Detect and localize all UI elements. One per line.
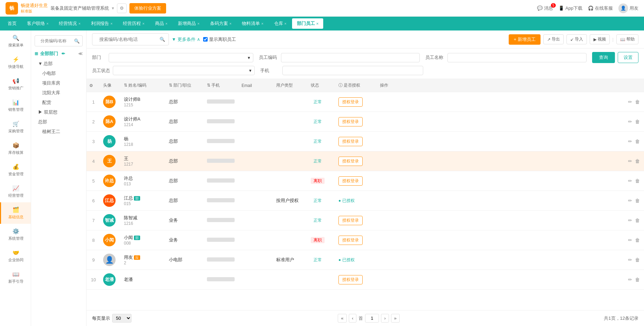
tab-close-icon[interactable]: × (197, 21, 199, 26)
delete-button[interactable]: 🗑 (634, 99, 641, 105)
auth-login-button[interactable]: 授权登录 (338, 275, 363, 284)
tab-department-employee[interactable]: 部门员工 × (292, 18, 323, 29)
tab-barcode[interactable]: 条码方案 × (205, 18, 236, 29)
col-dept[interactable]: ⇅ 部门/职位 (166, 79, 204, 92)
message-area[interactable]: 💬 消息 5 (537, 5, 553, 11)
dept-search-icon[interactable]: 🔍 (74, 38, 80, 44)
nav-collab[interactable]: 🤝 企业协同 (0, 245, 31, 267)
emp-name-input[interactable] (447, 53, 587, 62)
delete-button[interactable]: 🗑 (634, 277, 641, 282)
tab-close-icon[interactable]: × (284, 21, 287, 26)
col-settings[interactable]: ⚙ (87, 79, 100, 92)
nav-purchase[interactable]: 🛒 采购管理 (0, 116, 31, 138)
tab-close-icon[interactable]: × (78, 21, 80, 26)
nav-finance[interactable]: 💰 资金管理 (0, 159, 31, 181)
last-page-button[interactable]: » (391, 314, 400, 323)
phone-input[interactable] (282, 66, 423, 75)
edit-button[interactable]: ✏ (627, 277, 634, 282)
auth-login-button[interactable]: 授权登录 (338, 157, 363, 166)
auth-login-button[interactable]: 授权登录 (338, 216, 363, 225)
import-button[interactable]: ↙ 导入 (566, 34, 587, 44)
edit-button[interactable]: ✏ (627, 119, 634, 124)
nav-inventory[interactable]: 📦 库存核算 (0, 138, 31, 159)
delete-button[interactable]: 🗑 (634, 178, 641, 184)
tab-close-icon[interactable]: × (46, 21, 48, 26)
nav-quick-nav[interactable]: ⚡ 快捷导航 (0, 52, 31, 73)
edit-button[interactable]: ✏ (627, 257, 634, 263)
search-input[interactable] (96, 35, 158, 44)
view-button[interactable]: ▶ 视频 (590, 34, 610, 44)
dept-search-input[interactable] (38, 37, 74, 45)
nav-search-menu[interactable]: 🔍 搜索菜单 (0, 30, 31, 52)
col-name[interactable]: ⇅ 姓名/编码 (121, 79, 166, 92)
add-employee-button[interactable]: + 新增员工 (509, 34, 540, 45)
dept-tree-item-shuangceng[interactable]: ▶ 双层想 (31, 107, 86, 117)
auth-login-button[interactable]: 授权登录 (338, 176, 363, 186)
export-button[interactable]: ↗ 导出 (543, 34, 564, 44)
edit-button[interactable]: ✏ (627, 178, 634, 184)
edit-button[interactable]: ✏ (627, 198, 634, 203)
dropdown-arrow-icon[interactable]: ▾ (112, 6, 114, 11)
dept-all-button[interactable]: ⊞ 全部部门 ✏ ≪ (31, 49, 86, 59)
dept-tree-item-zongbu2[interactable]: 总部 (31, 117, 86, 127)
delete-button[interactable]: 🗑 (634, 237, 641, 243)
tab-close-icon[interactable]: × (316, 21, 318, 26)
tab-operation[interactable]: 经营情况 × (54, 18, 85, 29)
first-page-button[interactable]: « (338, 314, 346, 323)
tab-close-icon[interactable]: × (110, 21, 112, 26)
tab-profit[interactable]: 利润报告 × (86, 18, 117, 29)
edit-button[interactable]: ✏ (627, 99, 634, 105)
delete-button[interactable]: 🗑 (634, 218, 641, 223)
tab-bom[interactable]: 物料清单 × (237, 18, 268, 29)
user-area[interactable]: 👤 用友 (618, 3, 638, 13)
nav-operations[interactable]: 📈 经营管理 (0, 181, 31, 202)
col-phone[interactable]: ⇅ 手机 (204, 79, 239, 92)
setting-button[interactable]: 设置 (618, 52, 638, 63)
dept-collapse-icon[interactable]: ≪ (78, 51, 83, 56)
tab-new-goods[interactable]: 新增商品 × (173, 18, 204, 29)
tab-close-icon[interactable]: × (142, 21, 144, 26)
show-resigned-checkbox[interactable] (203, 37, 208, 42)
nav-basic-info[interactable]: 🗂️ 基础信息 (0, 202, 31, 224)
app-download[interactable]: 📱 App下载 (559, 5, 582, 11)
dept-tree-child-xiaodibu[interactable]: 小电部 (31, 69, 86, 78)
emp-code-input[interactable] (281, 53, 420, 62)
dept-tree-child-shenyang[interactable]: 沈阳大库 (31, 88, 86, 98)
dept-tree-item-zongbu[interactable]: ▼ 总部 (31, 59, 86, 69)
auth-login-button[interactable]: 授权登录 (338, 236, 363, 245)
page-number-input[interactable] (365, 314, 379, 323)
tab-home[interactable]: 首页 (3, 18, 21, 29)
per-page-select[interactable]: 50 100 200 (112, 314, 131, 323)
show-resigned-label[interactable]: 显示离职员工 (203, 36, 236, 43)
dept-tree-child-zhishu[interactable]: 植树王二 (31, 127, 86, 136)
dept-edit-icon[interactable]: ✏ (62, 51, 65, 56)
tab-close-icon[interactable]: × (261, 21, 263, 26)
help-button[interactable]: 📖 帮助 (616, 34, 638, 44)
next-page-button[interactable]: › (381, 314, 389, 323)
query-button[interactable]: 查询 (592, 52, 615, 63)
nav-marketing[interactable]: 📢 营销推广 (0, 73, 31, 95)
tab-goods[interactable]: 商品 × (150, 18, 172, 29)
delete-button[interactable]: 🗑 (634, 139, 641, 144)
tab-customer[interactable]: 客户联络 × (22, 18, 53, 29)
auth-login-button[interactable]: 授权登录 (338, 97, 363, 107)
delete-button[interactable]: 🗑 (634, 119, 641, 124)
delete-button[interactable]: 🗑 (634, 198, 641, 203)
nav-system[interactable]: ⚙️ 系统管理 (0, 224, 31, 245)
dept-filter-select[interactable]: ▾ (109, 53, 253, 62)
prev-page-button[interactable]: ‹ (349, 314, 356, 323)
search-icon[interactable]: 🔍 (160, 37, 165, 42)
tab-close-icon[interactable]: × (165, 21, 167, 26)
edit-button[interactable]: ✏ (627, 158, 634, 164)
delete-button[interactable]: 🗑 (634, 257, 641, 263)
nav-sales[interactable]: 📊 销售管理 (0, 95, 31, 116)
nav-guide[interactable]: 📖 新手引导 (0, 267, 31, 288)
emp-status-select[interactable]: ▾ (113, 66, 255, 75)
tab-close-icon[interactable]: × (229, 21, 232, 26)
dept-tree-child-peihuo[interactable]: 配货 (31, 98, 86, 107)
edit-button[interactable]: ✏ (627, 237, 634, 243)
online-service[interactable]: 🎧 在线客服 (588, 5, 613, 11)
settings-icon[interactable]: ⚙ (117, 3, 127, 13)
tab-history[interactable]: 经营历程 × (118, 18, 149, 29)
tab-warehouse[interactable]: 仓库 × (269, 18, 291, 29)
